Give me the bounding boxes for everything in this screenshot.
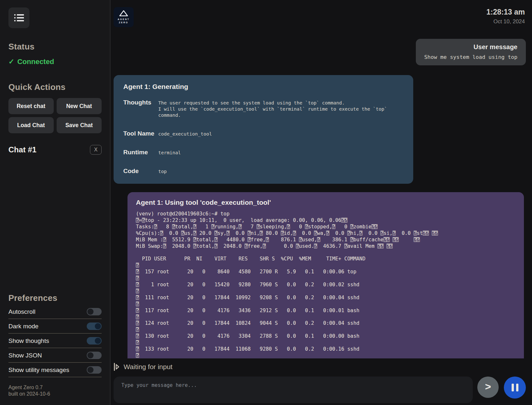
pref-row-show-utility: Show utility messages bbox=[8, 363, 102, 377]
version-line: Agent Zero 0.7 bbox=[8, 384, 102, 391]
quick-actions-heading: Quick Actions bbox=[8, 82, 102, 92]
autoscroll-toggle[interactable] bbox=[87, 308, 102, 315]
show-thoughts-label: Show thoughts bbox=[8, 337, 49, 345]
pref-row-dark-mode: Dark mode bbox=[8, 319, 102, 334]
logo-triangle-icon bbox=[119, 10, 128, 16]
send-button[interactable]: > bbox=[477, 377, 499, 398]
user-message-text: Show me system load using top bbox=[424, 54, 517, 60]
connection-status: ✓ Connected bbox=[8, 58, 102, 66]
dark-mode-toggle[interactable] bbox=[87, 323, 102, 330]
message-input-row: > bbox=[114, 377, 526, 403]
show-json-toggle[interactable] bbox=[87, 352, 102, 359]
save-chat-button[interactable]: Save Chat bbox=[57, 117, 102, 133]
thoughts-value: The user requested to see the system loa… bbox=[158, 99, 404, 118]
code-label: Code bbox=[123, 168, 158, 175]
preferences-heading: Preferences bbox=[8, 293, 102, 303]
check-icon: ✓ bbox=[8, 58, 14, 66]
logo-text-zero: ZERO bbox=[119, 21, 128, 24]
dark-mode-label: Dark mode bbox=[8, 323, 39, 330]
pref-row-show-json: Show JSON bbox=[8, 348, 102, 363]
chat-title: Chat #1 bbox=[8, 145, 37, 154]
connection-status-label: Connected bbox=[17, 58, 54, 66]
clock-time: 1:28:13 am bbox=[486, 8, 525, 16]
version-info: Agent Zero 0.7 built on 2024-10-6 bbox=[8, 384, 102, 397]
agent-generating-panel: Agent 1: Generating Thoughts The user re… bbox=[114, 75, 413, 184]
sidebar-spacer bbox=[8, 155, 102, 293]
agent-zero-logo: AGENT ZERO bbox=[114, 7, 134, 27]
sidebar: Status ✓ Connected Quick Actions Reset c… bbox=[0, 0, 110, 405]
status-heading: Status bbox=[8, 42, 102, 52]
prompt-play-icon bbox=[114, 362, 119, 371]
chat-tab-row: Chat #1 X bbox=[8, 145, 102, 155]
new-chat-button[interactable]: New Chat bbox=[57, 98, 102, 114]
menu-button[interactable] bbox=[8, 7, 29, 28]
code-row: Code top bbox=[123, 168, 404, 175]
thoughts-label: Thoughts bbox=[123, 99, 158, 118]
user-message-bubble: User message Show me system load using t… bbox=[416, 39, 526, 65]
clock-date: Oct 10, 2024 bbox=[486, 18, 525, 25]
runtime-row: Runtime terminal bbox=[123, 149, 404, 156]
main-area: AGENT ZERO 1:28:13 am Oct 10, 2024 User … bbox=[110, 0, 532, 405]
pause-button[interactable] bbox=[504, 377, 526, 399]
agent-tool-panel: Agent 1: Using tool 'code_execution_tool… bbox=[127, 192, 524, 358]
top-bar: AGENT ZERO 1:28:13 am Oct 10, 2024 bbox=[110, 0, 532, 34]
pause-icon bbox=[512, 384, 514, 391]
terminal-output: (venv) root@d200419603c6:~# top ⍰=⍰top -… bbox=[136, 211, 515, 358]
show-thoughts-toggle[interactable] bbox=[87, 337, 102, 345]
runtime-label: Runtime bbox=[123, 149, 158, 156]
waiting-status-text: Waiting for input bbox=[124, 363, 172, 371]
message-input[interactable] bbox=[114, 377, 473, 403]
code-value: top bbox=[158, 168, 167, 175]
show-utility-messages-toggle[interactable] bbox=[87, 366, 102, 374]
show-json-label: Show JSON bbox=[8, 352, 42, 359]
close-chat-button[interactable]: X bbox=[90, 145, 102, 155]
tool-name-row: Tool Name code_execution_tool bbox=[123, 130, 404, 137]
tool-name-value: code_execution_tool bbox=[158, 130, 212, 137]
pref-row-autoscroll: Autoscroll bbox=[8, 304, 102, 319]
runtime-value: terminal bbox=[158, 149, 181, 156]
thoughts-row: Thoughts The user requested to see the s… bbox=[123, 99, 404, 118]
build-date-line: built on 2024-10-6 bbox=[8, 391, 102, 397]
logo-text-agent: AGENT bbox=[118, 18, 130, 21]
pref-row-show-thoughts: Show thoughts bbox=[8, 334, 102, 348]
chat-message-list[interactable]: User message Show me system load using t… bbox=[110, 34, 532, 358]
waiting-status-row: Waiting for input bbox=[114, 362, 526, 371]
input-bar: Waiting for input > bbox=[110, 358, 532, 405]
quick-actions: Reset chat New Chat Load Chat Save Chat bbox=[8, 98, 102, 133]
autoscroll-label: Autoscroll bbox=[8, 308, 35, 315]
user-message-title: User message bbox=[424, 43, 517, 51]
agent-tool-title: Agent 1: Using tool 'code_execution_tool… bbox=[136, 199, 515, 206]
agent-generating-title: Agent 1: Generating bbox=[123, 83, 404, 91]
reset-chat-button[interactable]: Reset chat bbox=[8, 98, 54, 114]
tool-name-label: Tool Name bbox=[123, 130, 158, 137]
show-utility-messages-label: Show utility messages bbox=[8, 367, 69, 374]
send-arrow-icon: > bbox=[485, 381, 491, 393]
list-menu-icon bbox=[14, 14, 24, 21]
clock: 1:28:13 am Oct 10, 2024 bbox=[486, 8, 525, 25]
load-chat-button[interactable]: Load Chat bbox=[8, 117, 54, 133]
